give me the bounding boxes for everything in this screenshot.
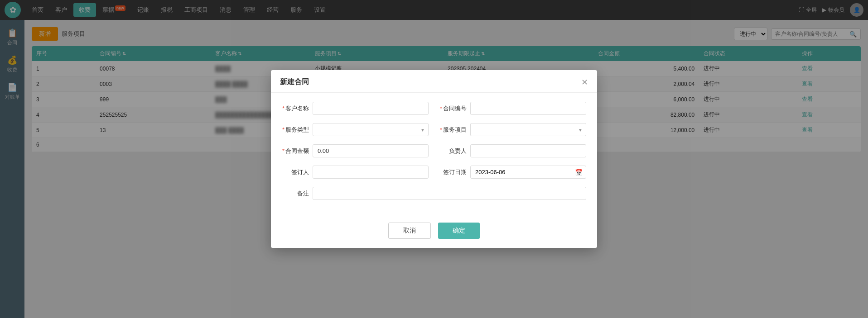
field-responsible: 负责人 xyxy=(439,144,586,157)
service-item-label: *服务项目 xyxy=(439,126,467,134)
signer-input[interactable] xyxy=(313,166,429,179)
field-service-item: *服务项目 xyxy=(439,123,586,136)
field-service-type: *服务类型 xyxy=(282,123,429,136)
service-item-select[interactable] xyxy=(470,123,586,136)
field-client-name: *客户名称 xyxy=(282,102,429,115)
modal-close-button[interactable]: ✕ xyxy=(581,78,588,86)
remark-label: 备注 xyxy=(282,190,309,198)
client-name-label: *客户名称 xyxy=(282,104,309,113)
responsible-label: 负责人 xyxy=(439,147,467,155)
modal-footer: 取消 确定 xyxy=(271,217,597,248)
field-contract-no: *合同编号 xyxy=(439,102,586,115)
modal-header: 新建合同 ✕ xyxy=(271,70,597,93)
form-row-3: *合同金额 负责人 xyxy=(282,144,586,157)
confirm-button[interactable]: 确定 xyxy=(438,223,480,239)
service-type-select[interactable] xyxy=(313,123,429,136)
form-row-2: *服务类型 *服务项目 xyxy=(282,123,586,136)
modal-body: *客户名称 *合同编号 *服务类型 *服务项目 xyxy=(271,93,597,217)
calendar-icon[interactable]: 📅 xyxy=(575,169,583,176)
service-item-select-wrap xyxy=(470,123,586,136)
form-row-1: *客户名称 *合同编号 xyxy=(282,102,586,115)
sign-date-label: 签订日期 xyxy=(439,168,467,176)
amount-input[interactable] xyxy=(313,144,429,157)
form-row-5: 备注 xyxy=(282,187,586,200)
service-type-label: *服务类型 xyxy=(282,126,309,134)
modal-overlay[interactable]: 新建合同 ✕ *客户名称 *合同编号 *服务类型 xyxy=(0,0,868,318)
responsible-input[interactable] xyxy=(470,144,586,157)
cancel-button[interactable]: 取消 xyxy=(388,223,431,239)
sign-date-input[interactable] xyxy=(470,166,586,179)
contract-no-label: *合同编号 xyxy=(439,104,467,113)
new-contract-modal: 新建合同 ✕ *客户名称 *合同编号 *服务类型 xyxy=(271,70,597,248)
amount-label: *合同金额 xyxy=(282,147,309,155)
field-amount: *合同金额 xyxy=(282,144,429,157)
sign-date-field: 📅 xyxy=(470,166,586,179)
signer-label: 签订人 xyxy=(282,168,309,176)
field-remark: 备注 xyxy=(282,187,586,200)
contract-no-input[interactable] xyxy=(470,102,586,115)
form-row-4: 签订人 签订日期 📅 xyxy=(282,166,586,179)
field-signer: 签订人 xyxy=(282,166,429,179)
field-sign-date: 签订日期 📅 xyxy=(439,166,586,179)
client-name-input[interactable] xyxy=(313,102,429,115)
service-type-select-wrap xyxy=(313,123,429,136)
remark-input[interactable] xyxy=(313,187,586,200)
modal-title: 新建合同 xyxy=(280,77,309,87)
